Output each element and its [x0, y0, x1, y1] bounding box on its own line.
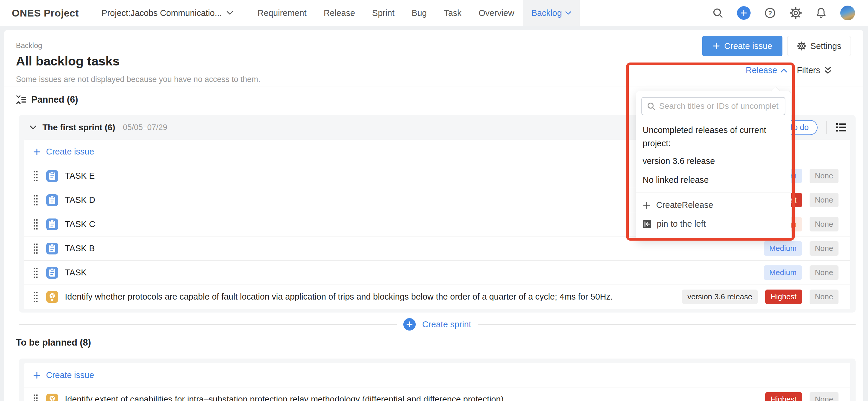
release-filter-toggle[interactable]: Release [746, 65, 787, 75]
priority-badge: Medium [764, 265, 802, 280]
gear-icon [797, 41, 806, 51]
chevron-down-icon [226, 11, 233, 15]
nav-item-task[interactable]: Task [435, 0, 470, 26]
nav-item-backlog[interactable]: Backlog [523, 0, 580, 26]
table-row[interactable]: TASK Medium None [24, 261, 850, 285]
task-type-icon [46, 170, 58, 182]
search-icon [647, 102, 656, 110]
project-selector-label: Project:Jacobs Communicatio... [101, 8, 222, 18]
create-new-icon[interactable] [737, 6, 751, 20]
filters-label: Filters [797, 65, 820, 75]
to-be-planned-container: Create issue [19, 359, 856, 401]
pin-left-icon [643, 220, 651, 229]
table-row[interactable]: Identify extent of capabilities for intr… [24, 388, 850, 401]
nav-item-overview[interactable]: Overview [470, 0, 523, 26]
nav-items: RequirementReleaseSprintBugTaskOverview [249, 0, 523, 26]
assignee-badge: None [810, 217, 838, 231]
create-issue-row[interactable]: Create issue [24, 363, 850, 388]
priority-badge: Highest [765, 290, 802, 304]
user-avatar[interactable] [840, 6, 855, 20]
issue-title[interactable]: Identify whether protocols are capable o… [65, 292, 676, 302]
assignee-badge: None [810, 290, 838, 304]
release-filter-label: Release [746, 65, 777, 75]
top-navigation: ONES Project Project:Jacobs Communicatio… [0, 0, 868, 26]
create-release-button[interactable]: CreateRelease [636, 196, 791, 215]
drag-handle-icon[interactable] [33, 291, 38, 303]
settings-button[interactable]: Settings [787, 36, 851, 56]
collapse-all-icon[interactable] [16, 95, 27, 105]
filters-toggle[interactable]: Filters [797, 65, 831, 75]
help-icon[interactable]: ? [764, 7, 776, 19]
task-type-icon [46, 267, 58, 279]
drag-handle-icon[interactable] [33, 194, 38, 206]
plus-icon [33, 148, 41, 156]
backlog-rows: Create issue [24, 363, 850, 401]
drag-handle-icon[interactable] [33, 393, 38, 401]
release-search-box[interactable] [642, 97, 785, 115]
create-issue-label: Create issue [724, 41, 772, 51]
release-option[interactable]: version 3.6 release [636, 152, 791, 171]
nav-item-release[interactable]: Release [315, 0, 364, 26]
popover-divider [636, 193, 791, 193]
bell-icon[interactable] [815, 7, 827, 19]
release-search-input[interactable] [659, 101, 780, 111]
create-issue-label: Create issue [46, 370, 94, 380]
sprint-name: The first sprint (6) [42, 123, 115, 132]
nav-divider [90, 7, 90, 19]
nav-item-requirement[interactable]: Requirement [249, 0, 315, 26]
double-chevron-down-icon [824, 66, 831, 75]
section-title-text: To be planned (8) [16, 337, 91, 348]
gear-icon[interactable] [789, 7, 802, 19]
project-selector[interactable]: Project:Jacobs Communicatio... [101, 0, 233, 26]
create-issue-label: Create issue [46, 147, 94, 157]
nav-item-label: Backlog [531, 8, 562, 18]
create-release-label: CreateRelease [656, 200, 713, 210]
issue-title[interactable]: TASK [65, 268, 758, 277]
create-sprint-button[interactable]: Create sprint [422, 320, 471, 329]
assignee-badge: None [810, 193, 838, 207]
header-divider [4, 86, 863, 87]
search-icon[interactable] [712, 7, 723, 19]
issue-title[interactable]: Identify extent of capabilities for intr… [65, 395, 760, 401]
assignee-badge: None [810, 241, 838, 256]
app-logo: ONES Project [12, 0, 79, 26]
nav-item-sprint[interactable]: Sprint [364, 0, 403, 26]
release-tag: version 3.6 release [682, 290, 758, 304]
nav-item-bug[interactable]: Bug [403, 0, 435, 26]
page-title: All backlog tasks [16, 54, 863, 68]
settings-label: Settings [810, 41, 841, 51]
table-row[interactable]: Identify whether protocols are capable o… [24, 285, 850, 309]
issue-title[interactable]: TASK B [65, 243, 758, 253]
drag-handle-icon[interactable] [33, 170, 38, 182]
create-issue-button[interactable]: Create issue [702, 36, 782, 56]
release-option[interactable]: No linked release [636, 171, 791, 190]
drag-handle-icon[interactable] [33, 242, 38, 255]
chevron-down-icon [565, 11, 571, 15]
list-view-icon[interactable] [836, 122, 847, 132]
task-type-icon [46, 218, 58, 231]
divider-line [19, 324, 397, 325]
assignee-badge: None [810, 169, 838, 183]
assignee-badge: None [810, 265, 838, 280]
to-be-planned-section-title: To be planned (8) [16, 337, 91, 348]
chevron-down-icon[interactable] [30, 125, 37, 130]
chevron-up-icon [781, 68, 787, 72]
drag-handle-icon[interactable] [33, 218, 38, 231]
section-title-text: Panned (6) [31, 94, 78, 105]
page-subtitle: Some issues are not displayed because yo… [16, 75, 863, 84]
plus-icon [713, 42, 720, 50]
create-sprint-row: Create sprint [19, 315, 856, 333]
svg-text:?: ? [768, 9, 772, 17]
demand-type-icon [46, 291, 58, 303]
popover-section-heading: Uncompleted releases of current project: [643, 124, 784, 150]
drag-handle-icon[interactable] [33, 267, 38, 279]
divider-line [478, 324, 856, 325]
plus-circle-icon[interactable] [403, 318, 416, 331]
plus-icon [643, 201, 651, 209]
sprint-date-range: 05/05–07/29 [123, 123, 167, 132]
pin-to-left-button[interactable]: pin to the left [636, 215, 791, 234]
release-filter-popover: Uncompleted releases of current project:… [636, 91, 791, 241]
planned-section-title: Panned (6) [16, 94, 78, 105]
release-options: version 3.6 releaseNo linked release [636, 152, 791, 190]
plus-icon [33, 371, 41, 379]
